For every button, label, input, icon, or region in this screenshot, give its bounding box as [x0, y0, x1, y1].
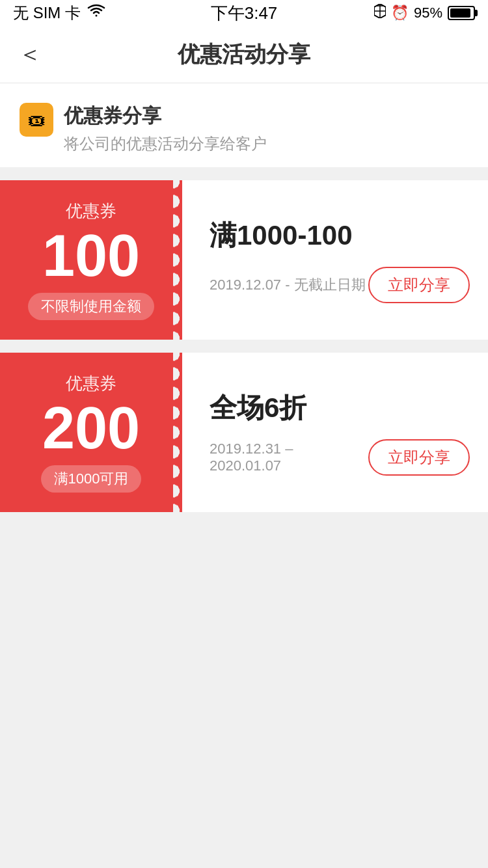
section-subtitle: 将公司的优惠活动分享给客户 — [64, 133, 267, 154]
coupon-right-1: 全场6折 2019.12.31 – 2020.01.07 立即分享 — [182, 353, 488, 512]
coupon-card: 优惠券 100 不限制使用金额 满1000-100 2019.12.07 - 无… — [0, 180, 488, 340]
coupon-left-1: 优惠券 200 满1000可用 — [0, 353, 182, 512]
carrier-text: 无 SIM 卡 — [13, 3, 81, 23]
battery-icon — [448, 6, 475, 20]
section-text-group: 优惠券分享 将公司的优惠活动分享给客户 — [64, 103, 267, 154]
status-right: ⏰ 95% — [374, 4, 475, 22]
coupon-label-0: 优惠券 — [66, 200, 116, 223]
coupon-right-0: 满1000-100 2019.12.07 - 无截止日期 立即分享 — [182, 180, 488, 340]
coupon-date-1: 2019.12.31 – 2020.01.07 — [210, 441, 368, 474]
section-icon: 🎟 — [20, 103, 53, 137]
battery-text: 95% — [414, 5, 442, 21]
coupon-name-1: 全场6折 — [210, 390, 470, 426]
coupon-bottom-row-0: 2019.12.07 - 无截止日期 立即分享 — [210, 267, 470, 303]
nav-bar: ＜ 优惠活动分享 — [0, 26, 488, 83]
coupon-label-1: 优惠券 — [66, 372, 116, 395]
share-button-0[interactable]: 立即分享 — [368, 267, 470, 303]
alarm-icon: ⏰ — [391, 5, 409, 21]
wifi-icon — [87, 4, 105, 22]
coupon-bottom-row-1: 2019.12.31 – 2020.01.07 立即分享 — [210, 439, 470, 476]
coupon-amount-0: 100 — [42, 226, 140, 285]
coupon-list: 优惠券 100 不限制使用金额 满1000-100 2019.12.07 - 无… — [0, 180, 488, 525]
status-bar: 无 SIM 卡 下午3:47 ⏰ 95% — [0, 0, 488, 26]
coupon-card: 优惠券 200 满1000可用 全场6折 2019.12.31 – 2020.0… — [0, 353, 488, 512]
coupon-date-0: 2019.12.07 - 无截止日期 — [210, 275, 366, 295]
coupon-condition-1: 满1000可用 — [41, 465, 142, 493]
status-time: 下午3:47 — [211, 2, 278, 25]
content: 🎟 优惠券分享 将公司的优惠活动分享给客户 优惠券 100 不限制使用金额 满1… — [0, 83, 488, 525]
status-left: 无 SIM 卡 — [13, 3, 105, 23]
coupon-left-0: 优惠券 100 不限制使用金额 — [0, 180, 182, 340]
section-header: 🎟 优惠券分享 将公司的优惠活动分享给客户 — [0, 83, 488, 167]
page-title: 优惠活动分享 — [178, 40, 310, 70]
section-title: 优惠券分享 — [64, 103, 267, 129]
share-button-1[interactable]: 立即分享 — [368, 439, 470, 476]
back-button[interactable]: ＜ — [18, 38, 42, 70]
coupon-name-0: 满1000-100 — [210, 217, 470, 254]
coupon-condition-0: 不限制使用金额 — [28, 293, 154, 320]
location-icon — [374, 4, 386, 22]
coupon-amount-1: 200 — [42, 399, 140, 457]
